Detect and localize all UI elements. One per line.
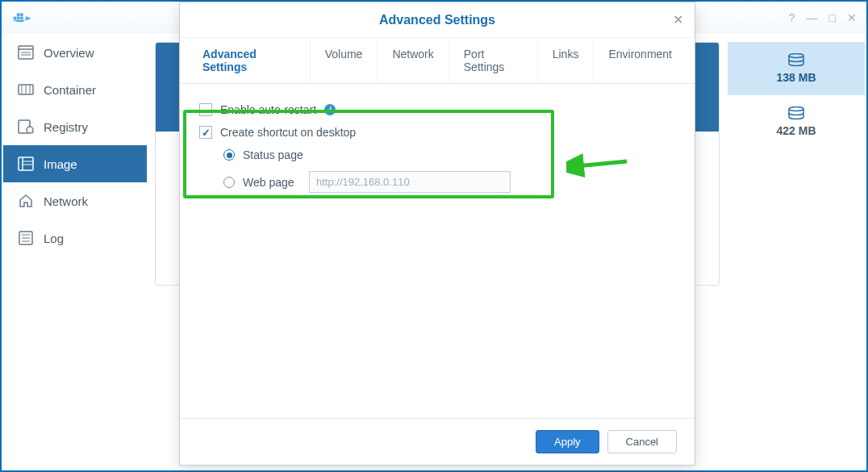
apply-button[interactable]: Apply <box>536 430 599 453</box>
database-icon <box>787 53 805 68</box>
modal-header: Advanced Settings ✕ <box>180 2 695 38</box>
create-shortcut-row: Create shortcut on desktop <box>199 121 675 144</box>
sidebar-item-label: Network <box>44 194 88 208</box>
sidebar: Overview Container Registry Image Networ… <box>3 34 147 469</box>
svg-rect-4 <box>20 13 23 16</box>
web-page-row: Web page <box>223 166 675 198</box>
svg-rect-2 <box>20 17 23 20</box>
sidebar-item-overview[interactable]: Overview <box>3 34 147 71</box>
web-page-input[interactable] <box>309 171 511 193</box>
svg-rect-1 <box>17 17 20 20</box>
create-shortcut-checkbox[interactable] <box>199 126 212 139</box>
cancel-button[interactable]: Cancel <box>607 430 677 453</box>
create-shortcut-label: Create shortcut on desktop <box>220 126 356 139</box>
tab-port-settings[interactable]: Port Settings <box>449 38 538 83</box>
help-icon[interactable]: ? <box>789 12 795 23</box>
modal-content: Enable auto-restart i Create shortcut on… <box>180 84 695 418</box>
svg-line-15 <box>32 132 34 134</box>
right-column: 138 MB 422 MB <box>728 34 865 469</box>
tab-links[interactable]: Links <box>538 38 595 83</box>
status-page-row: Status page <box>223 144 675 166</box>
close-icon[interactable]: ✕ <box>673 12 683 27</box>
enable-auto-restart-label: Enable auto-restart <box>220 103 316 116</box>
sidebar-item-label: Overview <box>44 46 94 60</box>
advanced-settings-modal: Advanced Settings ✕ Advanced Settings Vo… <box>179 2 695 466</box>
modal-footer: Apply Cancel <box>180 418 695 465</box>
image-size-label: 422 MB <box>776 124 816 137</box>
log-icon <box>18 231 34 245</box>
svg-point-25 <box>789 107 803 111</box>
sidebar-item-label: Container <box>44 83 96 97</box>
sidebar-item-registry[interactable]: Registry <box>3 108 147 145</box>
network-icon <box>18 194 34 208</box>
image-size-row[interactable]: 422 MB <box>728 95 865 148</box>
info-icon[interactable]: i <box>324 104 336 115</box>
container-icon <box>18 82 34 97</box>
svg-rect-16 <box>19 157 33 170</box>
sidebar-item-label: Image <box>44 157 77 171</box>
tab-network[interactable]: Network <box>378 38 449 83</box>
close-window-icon[interactable]: ✕ <box>847 12 857 23</box>
sidebar-item-network[interactable]: Network <box>3 182 147 219</box>
sidebar-item-label: Registry <box>44 120 88 134</box>
enable-auto-restart-row: Enable auto-restart i <box>199 98 675 121</box>
tab-advanced-settings[interactable]: Advanced Settings <box>188 38 311 83</box>
maximize-icon[interactable]: □ <box>829 12 836 23</box>
enable-auto-restart-checkbox[interactable] <box>199 103 212 116</box>
image-size-label: 138 MB <box>776 71 816 84</box>
window-controls: ? — □ ✕ <box>789 12 857 23</box>
status-page-label: Status page <box>243 148 303 161</box>
minimize-icon[interactable]: — <box>807 12 818 23</box>
svg-rect-3 <box>17 13 20 16</box>
sidebar-item-label: Log <box>44 232 64 245</box>
web-page-label: Web page <box>243 176 301 189</box>
database-icon <box>787 107 805 121</box>
docker-logo-icon <box>11 10 34 26</box>
sidebar-item-container[interactable]: Container <box>3 71 147 108</box>
sidebar-item-log[interactable]: Log <box>3 219 147 257</box>
sidebar-item-image[interactable]: Image <box>3 145 147 182</box>
image-icon <box>18 157 34 171</box>
status-page-radio[interactable] <box>223 149 235 161</box>
image-size-row[interactable]: 138 MB <box>728 42 865 95</box>
modal-tabs: Advanced Settings Volume Network Port Se… <box>180 38 695 84</box>
registry-icon <box>18 119 34 134</box>
tab-volume[interactable]: Volume <box>311 38 378 83</box>
web-page-radio[interactable] <box>223 177 235 188</box>
svg-point-24 <box>789 54 803 58</box>
tab-environment[interactable]: Environment <box>594 38 686 83</box>
overview-icon <box>18 45 34 60</box>
svg-rect-0 <box>14 17 17 20</box>
modal-title: Advanced Settings <box>379 13 495 27</box>
